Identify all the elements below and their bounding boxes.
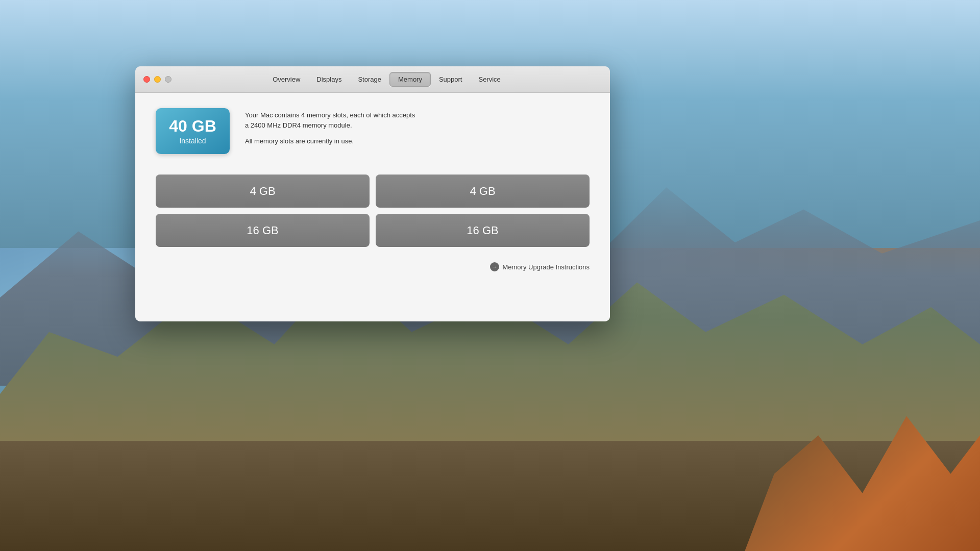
upgrade-link-text: Memory Upgrade Instructions <box>502 263 590 271</box>
tab-storage[interactable]: Storage <box>350 72 389 86</box>
close-button[interactable] <box>143 76 150 83</box>
tab-support[interactable]: Support <box>431 72 471 86</box>
memory-slots-grid: 4 GB 4 GB 16 GB 16 GB <box>156 174 590 247</box>
memory-slot-4: 16 GB <box>376 214 590 247</box>
upgrade-arrow-icon: → <box>490 262 499 271</box>
tab-service[interactable]: Service <box>471 72 509 86</box>
memory-desc-line1: Your Mac contains 4 memory slots, each o… <box>245 110 415 130</box>
tab-memory[interactable]: Memory <box>389 72 431 87</box>
memory-slot-4-size: 16 GB <box>467 224 498 237</box>
tab-overview[interactable]: Overview <box>264 72 308 86</box>
memory-badge: 40 GB Installed <box>156 108 230 154</box>
memory-content: 40 GB Installed Your Mac contains 4 memo… <box>135 93 610 321</box>
memory-slot-2: 4 GB <box>376 174 590 208</box>
tab-displays[interactable]: Displays <box>308 72 350 86</box>
memory-badge-label: Installed <box>179 137 206 145</box>
titlebar: Overview Displays Storage Memory Support… <box>135 66 610 93</box>
memory-slot-2-size: 4 GB <box>470 185 495 198</box>
memory-header: 40 GB Installed Your Mac contains 4 memo… <box>156 108 590 154</box>
about-this-mac-window: Overview Displays Storage Memory Support… <box>135 66 610 321</box>
memory-slot-1-size: 4 GB <box>250 185 275 198</box>
memory-slot-1: 4 GB <box>156 174 370 208</box>
traffic-lights <box>143 76 172 83</box>
memory-slot-3-size: 16 GB <box>247 224 278 237</box>
memory-desc-line3: All memory slots are currently in use. <box>245 136 415 146</box>
minimize-button[interactable] <box>154 76 161 83</box>
tab-bar: Overview Displays Storage Memory Support… <box>172 72 602 87</box>
memory-slot-3: 16 GB <box>156 214 370 247</box>
memory-description: Your Mac contains 4 memory slots, each o… <box>245 108 415 153</box>
memory-badge-size: 40 GB <box>169 117 216 135</box>
memory-upgrade-link[interactable]: → Memory Upgrade Instructions <box>156 262 590 271</box>
maximize-button[interactable] <box>165 76 172 83</box>
